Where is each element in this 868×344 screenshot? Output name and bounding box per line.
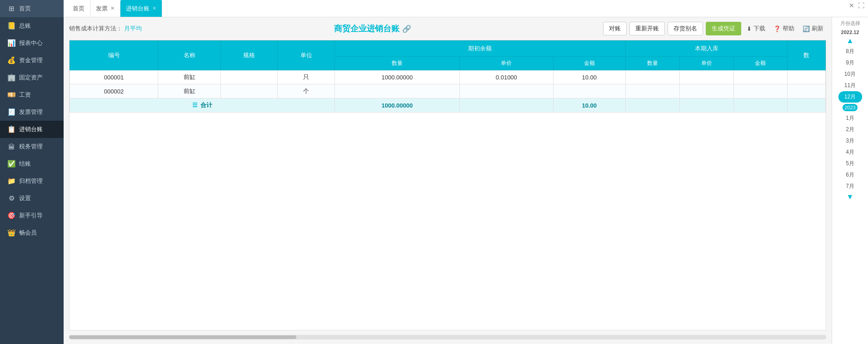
salary-icon: 💴: [7, 91, 15, 99]
month-item-2[interactable]: 2月: [838, 124, 862, 135]
checkout-icon: ✅: [7, 160, 15, 168]
cell-id: 000002: [70, 84, 158, 98]
tab-purchase-sales-label: 进销台账: [126, 5, 150, 13]
month-item-1[interactable]: 1月: [838, 113, 862, 124]
invoice-mgmt-icon: 🧾: [7, 108, 15, 116]
sidebar-label-archive: 归档管理: [19, 177, 43, 185]
sidebar-item-purchase-sales[interactable]: 📋 进销台账: [0, 121, 64, 138]
window-maximize-button[interactable]: ⛶: [858, 2, 864, 9]
toolbar-row: 销售成本计算方法： 月平均 商贸企业进销台账 🔗 对账 重新开账 存货别名 生成…: [69, 22, 826, 35]
page-title-text: 商贸企业进销台账: [334, 23, 399, 34]
help-icon: ❓: [773, 25, 781, 32]
cell-in-amount: [733, 70, 788, 84]
sidebar-item-checkout[interactable]: ✅ 结账: [0, 155, 64, 172]
help-label: 帮助: [783, 25, 794, 33]
tab-home-label: 首页: [73, 5, 85, 13]
sidebar-item-archive[interactable]: 📁 归档管理: [0, 172, 64, 190]
sidebar-label-vip: 畅会员: [19, 229, 37, 237]
action-buttons: 对账 重新开账 存货别名 生成凭证 ⬇ 下载 ❓ 帮助 🔄 刷新: [603, 22, 826, 35]
col-sub-qichu-price: 单价: [460, 57, 554, 70]
sidebar-item-invoice-mgmt[interactable]: 🧾 发票管理: [0, 103, 64, 121]
sidebar-item-vip[interactable]: 👑 畅会员: [0, 224, 64, 241]
cell-unit: 只: [278, 70, 334, 84]
month-item-3[interactable]: 3月: [838, 135, 862, 147]
sidebar-label-home: 首页: [19, 5, 31, 13]
sidebar-label-salary: 工资: [19, 91, 31, 99]
sidebar-label-invoice-mgmt: 发票管理: [19, 108, 43, 116]
total-label: ☰ 合计: [70, 98, 335, 113]
month-item-8[interactable]: 8月: [838, 46, 862, 57]
tab-home[interactable]: 首页: [67, 0, 90, 17]
month-scroll-up[interactable]: ▲: [847, 36, 854, 46]
funds-icon: 💰: [7, 56, 15, 64]
data-table: 编号 名称 规格 单位 期初余额 本期入库 数 数量 单价 金额 数: [70, 40, 826, 113]
total-qi-amount: 10.00: [553, 98, 625, 113]
sidebar-item-ledger[interactable]: 📒 总账: [0, 17, 64, 34]
sidebar-item-home[interactable]: ⊞ 首页: [0, 0, 64, 17]
total-icon: ☰: [192, 102, 198, 108]
cell-id: 000001: [70, 70, 158, 84]
download-icon: ⬇: [747, 25, 752, 32]
month-item-4[interactable]: 4月: [838, 147, 862, 158]
cell-name: 前缸: [158, 84, 221, 98]
total-qi-qty: 1000.00000: [334, 98, 459, 113]
month-item-5[interactable]: 5月: [838, 158, 862, 169]
tab-purchase-sales[interactable]: 进销台账 ✕: [120, 0, 162, 17]
horizontal-scrollbar[interactable]: [69, 335, 826, 339]
table-container: 编号 名称 规格 单位 期初余额 本期入库 数 数量 单价 金额 数: [69, 40, 826, 330]
cell-name: 前缸: [158, 70, 221, 84]
month-item-12[interactable]: 12月: [838, 91, 862, 103]
sidebar-item-reports[interactable]: 📊 报表中心: [0, 34, 64, 52]
help-button[interactable]: ❓ 帮助: [771, 22, 797, 35]
download-button[interactable]: ⬇ 下载: [744, 22, 768, 35]
refresh-icon: 🔄: [803, 25, 810, 32]
table-row[interactable]: 000002 前缸 个: [70, 84, 826, 98]
total-row: ☰ 合计 1000.00000 10.00: [70, 98, 826, 113]
reconcile-button[interactable]: 对账: [603, 22, 627, 35]
tab-purchase-sales-close[interactable]: ✕: [152, 5, 156, 11]
month-item-11[interactable]: 11月: [838, 80, 862, 91]
cell-in-price: [679, 84, 733, 98]
col-sub-qichu-amount: 金额: [553, 57, 625, 70]
tab-invoice-label: 发票: [96, 5, 108, 13]
window-close-button[interactable]: ✕: [849, 2, 854, 9]
table-row[interactable]: 000001 前缸 只 1000.00000 0.01000 10.00: [70, 70, 826, 84]
sidebar-item-settings[interactable]: ⚙ 设置: [0, 190, 64, 207]
guide-icon: 🎯: [7, 211, 15, 220]
col-header-extra: 数: [788, 41, 826, 70]
sidebar-item-tax[interactable]: 🏛 税务管理: [0, 138, 64, 155]
scrollbar-thumb[interactable]: [69, 335, 296, 339]
sidebar-item-salary[interactable]: 💴 工资: [0, 86, 64, 103]
total-in-price: [679, 98, 733, 113]
month-item-7[interactable]: 7月: [838, 181, 862, 192]
month-scroll-down[interactable]: ▼: [847, 192, 854, 202]
generate-button[interactable]: 生成凭证: [706, 22, 741, 35]
sidebar-item-assets[interactable]: 🏢 固定资产: [0, 69, 64, 86]
save-as-button[interactable]: 存货别名: [668, 22, 703, 35]
reopen-button[interactable]: 重新开账: [629, 22, 665, 35]
tab-invoice-close[interactable]: ✕: [110, 5, 115, 11]
content-area: 销售成本计算方法： 月平均 商贸企业进销台账 🔗 对账 重新开账 存货别名 生成…: [64, 17, 832, 344]
sidebar-item-guide[interactable]: 🎯 新手引导: [0, 207, 64, 224]
col-header-unit: 单位: [278, 41, 334, 70]
total-qi-price: [460, 98, 554, 113]
year-2023-marker: 2023: [843, 104, 857, 111]
month-item-6[interactable]: 6月: [838, 169, 862, 181]
cell-extra: [788, 70, 826, 84]
cost-method-label: 销售成本计算方法：: [69, 25, 122, 33]
title-info-icon[interactable]: 🔗: [402, 25, 411, 33]
tab-bar: 首页 发票 ✕ 进销台账 ✕ ✕ ⛶: [64, 0, 868, 17]
cell-unit: 个: [278, 84, 334, 98]
month-item-9[interactable]: 9月: [838, 57, 862, 69]
sidebar-label-settings: 设置: [19, 194, 31, 202]
tab-invoice[interactable]: 发票 ✕: [90, 0, 120, 17]
col-sub-benqi-qty: 数量: [625, 57, 679, 70]
col-header-name: 名称: [158, 41, 221, 70]
col-sub-qichu-qty: 数量: [334, 57, 459, 70]
refresh-button[interactable]: 🔄 刷新: [800, 22, 826, 35]
cell-spec: [221, 70, 278, 84]
month-item-10[interactable]: 10月: [838, 69, 862, 80]
sidebar-label-tax: 税务管理: [19, 143, 43, 151]
purchase-sales-icon: 📋: [7, 125, 15, 133]
sidebar-item-funds[interactable]: 💰 资金管理: [0, 52, 64, 69]
